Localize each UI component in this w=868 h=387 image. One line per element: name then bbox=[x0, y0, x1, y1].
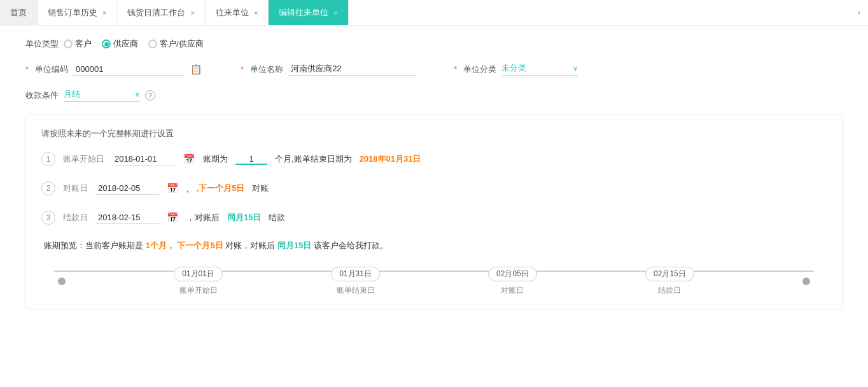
tab-cash-work[interactable]: 钱货日清工作台 × bbox=[117, 0, 205, 25]
preview-bar: 账期预览：当前客户账期是 1个月， 下一个月5日 对账，对账后 同月15日 该客… bbox=[41, 240, 827, 251]
unit-code-required: * bbox=[25, 64, 29, 74]
payment-terms-label: 收款条件 bbox=[25, 90, 59, 101]
step-2-date-input[interactable] bbox=[95, 182, 159, 195]
unit-name-label: 单位名称 bbox=[250, 64, 283, 75]
step-1-number: 1 bbox=[41, 152, 55, 166]
step-2-suffix-before: , bbox=[186, 184, 189, 194]
step-3-row: 3 结款日 📅 ，对账后 同月15日 结款 bbox=[41, 211, 827, 225]
radio-customer-label: 客户 bbox=[75, 38, 92, 50]
step-3-highlight: 同月15日 bbox=[227, 212, 261, 223]
step-3-suffix-after: 结款 bbox=[269, 212, 285, 223]
tab-more-button[interactable]: › bbox=[850, 0, 868, 25]
tab-partner-close[interactable]: × bbox=[254, 9, 258, 17]
content-area: 单位类型 客户 供应商 客户/供应商 * 单位编码 bbox=[0, 25, 868, 387]
step-2-row: 2 对账日 📅 , ,下一个月5日 对账 bbox=[41, 181, 827, 195]
radio-group-unit-type: 客户 供应商 客户/供应商 bbox=[64, 38, 204, 50]
step-1-suffix-label: 账期为 bbox=[203, 153, 228, 165]
timeline-badge-4: 02月15日 bbox=[645, 267, 694, 281]
preview-prefix: 账期预览：当前客户账期是 bbox=[44, 241, 143, 250]
step-2-suffix-after: 对账 bbox=[252, 183, 269, 194]
radio-supplier[interactable]: 供应商 bbox=[102, 38, 138, 50]
timeline-label-3: 对账日 bbox=[501, 285, 524, 296]
step-3-suffix-before: ，对账后 bbox=[186, 212, 220, 223]
payment-terms-group: 收款条件 月结 ∨ ? bbox=[25, 88, 155, 102]
preview-2: 下一个月5日 bbox=[177, 241, 223, 250]
step-2-highlight: ,下一个月5日 bbox=[197, 183, 245, 194]
tab-partner-label: 往来单位 bbox=[216, 7, 249, 18]
payment-terms-select[interactable]: 月结 ∨ bbox=[64, 88, 140, 102]
timeline-badge-3: 02月05日 bbox=[488, 267, 537, 281]
unit-code-label: 单位编码 bbox=[35, 64, 68, 75]
step-1-month-input[interactable] bbox=[235, 154, 267, 165]
unit-category-group: * 单位分类 未分类 ∨ bbox=[454, 62, 578, 76]
radio-supplier-circle bbox=[102, 39, 111, 48]
radio-customer[interactable]: 客户 bbox=[64, 38, 92, 50]
chevron-right-icon: › bbox=[858, 8, 860, 17]
timeline-start-dot bbox=[58, 278, 66, 285]
tab-sales-history-label: 销售订单历史 bbox=[48, 7, 97, 18]
tab-sales-history[interactable]: 销售订单历史 × bbox=[38, 0, 117, 25]
tab-edit-partner-label: 编辑往来单位 bbox=[279, 7, 328, 18]
settings-card: 请按照未来的一个完整帐期进行设置 1 账单开始日 📅 账期为 个月,账单结束日期… bbox=[25, 115, 843, 309]
unit-code-group: * 单位编码 📋 bbox=[25, 63, 202, 76]
unit-name-input[interactable] bbox=[288, 63, 416, 76]
step-3-number: 3 bbox=[41, 211, 55, 225]
tab-partner[interactable]: 往来单位 × bbox=[206, 0, 269, 25]
step-3-date-input[interactable] bbox=[95, 211, 159, 224]
payment-terms-value: 月结 bbox=[64, 88, 132, 100]
timeline-label-2: 账单结束日 bbox=[337, 285, 375, 296]
unit-category-select[interactable]: 未分类 ∨ bbox=[501, 62, 578, 76]
timeline-end-dot bbox=[802, 278, 810, 285]
timeline-row: 01月01日 账单开始日 01月31日 账单结束日 02月05日 对账日 02月… bbox=[54, 267, 814, 296]
tab-edit-partner[interactable]: 编辑往来单位 × bbox=[269, 0, 348, 25]
timeline-line bbox=[54, 271, 814, 272]
step-1-end-date: 2018年01月31日 bbox=[360, 153, 421, 165]
unit-name-required: * bbox=[241, 64, 244, 74]
timeline-node-4: 02月15日 结款日 bbox=[645, 267, 694, 296]
step-3-calendar-icon[interactable]: 📅 bbox=[167, 212, 179, 223]
step-3-label: 结款日 bbox=[63, 212, 88, 223]
step-1-date-input[interactable] bbox=[112, 153, 176, 165]
step-1-row: 1 账单开始日 📅 账期为 个月,账单结束日期为 2018年01月31日 bbox=[41, 152, 827, 166]
unit-category-chevron-icon: ∨ bbox=[573, 64, 578, 73]
step-2-calendar-icon[interactable]: 📅 bbox=[167, 183, 179, 194]
unit-type-label: 单位类型 bbox=[25, 38, 59, 50]
timeline-label-4: 结款日 bbox=[658, 285, 681, 296]
tab-home[interactable]: 首页 bbox=[0, 0, 38, 25]
radio-both-label: 客户/供应商 bbox=[160, 38, 204, 50]
card-title: 请按照未来的一个完整帐期进行设置 bbox=[41, 128, 827, 139]
unit-code-calendar-icon[interactable]: 📋 bbox=[190, 64, 202, 75]
tab-edit-partner-close[interactable]: × bbox=[333, 9, 337, 17]
unit-type-group: 单位类型 客户 供应商 客户/供应商 bbox=[25, 38, 204, 50]
step-2-label: 对账日 bbox=[63, 183, 88, 194]
timeline-node-3: 02月05日 对账日 bbox=[488, 267, 537, 296]
tab-cash-work-label: 钱货日清工作台 bbox=[127, 7, 185, 18]
step-1-month-suffix: 个月,账单结束日期为 bbox=[275, 153, 352, 165]
payment-terms-help-icon[interactable]: ? bbox=[145, 90, 155, 101]
preview-3: 对账，对账后 bbox=[225, 241, 275, 250]
timeline-badge-1: 01月01日 bbox=[174, 267, 223, 281]
timeline-node-1: 01月01日 账单开始日 bbox=[174, 267, 223, 296]
unit-category-required: * bbox=[454, 64, 457, 74]
payment-terms-chevron-icon: ∨ bbox=[135, 90, 140, 99]
tab-cash-work-close[interactable]: × bbox=[190, 9, 194, 17]
tab-sales-history-close[interactable]: × bbox=[102, 9, 106, 17]
step-1-calendar-icon[interactable]: 📅 bbox=[183, 153, 195, 165]
timeline-label-1: 账单开始日 bbox=[179, 285, 218, 296]
timeline-badge-2: 01月31日 bbox=[331, 267, 380, 281]
unit-category-value: 未分类 bbox=[501, 62, 570, 74]
preview-4: 同月15日 bbox=[277, 241, 311, 250]
unit-category-label: 单位分类 bbox=[463, 64, 496, 75]
unit-code-input[interactable] bbox=[73, 63, 185, 76]
preview-5: 该客户会给我打款。 bbox=[314, 241, 388, 250]
unit-info-row: * 单位编码 📋 * 单位名称 * 单位分类 未分类 ∨ bbox=[25, 62, 843, 76]
radio-both[interactable]: 客户/供应商 bbox=[148, 38, 204, 50]
radio-customer-circle bbox=[64, 39, 73, 48]
tab-home-label: 首页 bbox=[10, 7, 27, 18]
unit-name-group: * 单位名称 bbox=[241, 63, 416, 76]
unit-type-row: 单位类型 客户 供应商 客户/供应商 bbox=[25, 38, 843, 50]
timeline-node-2: 01月31日 账单结束日 bbox=[331, 267, 380, 296]
radio-supplier-label: 供应商 bbox=[113, 38, 138, 50]
payment-terms-row: 收款条件 月结 ∨ ? bbox=[25, 88, 843, 102]
step-1-label: 账单开始日 bbox=[63, 153, 104, 165]
